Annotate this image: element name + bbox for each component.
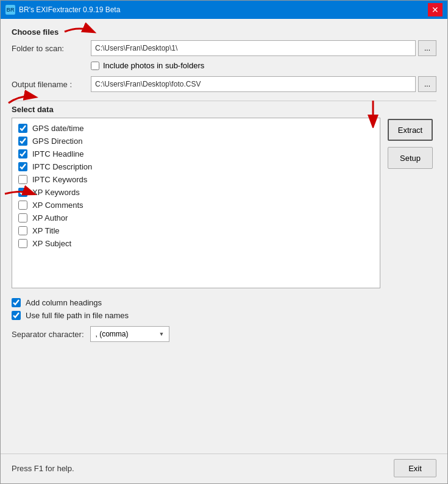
- item-label-xp-comments: XP Comments: [29, 208, 80, 217]
- close-button[interactable]: ✕: [427, 4, 443, 16]
- item-label-gps-direction: GPS Direction: [29, 141, 79, 150]
- output-row: Output filename : ...: [10, 80, 438, 96]
- add-column-headings-checkbox[interactable]: [13, 273, 23, 283]
- item-label-iptc-description: IPTC Description: [29, 168, 89, 177]
- include-subfolders-label: Include photos in sub-folders: [99, 63, 201, 73]
- choose-files-section: Choose files Folder to scan: ... Include…: [10, 30, 438, 73]
- use-full-path-checkbox[interactable]: [13, 286, 23, 296]
- folder-row: Folder to scan: ...: [10, 43, 438, 59]
- main-area: Select data GPS date/time: [10, 103, 438, 450]
- separator-row: Separator character: , (comma) ; (semico…: [10, 300, 384, 316]
- options-area: Add column headings Use full file path i…: [10, 273, 384, 316]
- checkbox-xp-author[interactable]: [16, 221, 26, 230]
- list-item[interactable]: IPTC Keywords: [11, 179, 383, 192]
- choose-files-label: Choose files: [10, 30, 438, 39]
- list-item[interactable]: XP Comments: [11, 205, 383, 219]
- right-panel: Extract Setup: [389, 103, 438, 450]
- output-label: Output filename :: [10, 84, 84, 93]
- checkbox-xp-comments[interactable]: [16, 207, 26, 217]
- checkbox-iptc-keywords[interactable]: [16, 180, 26, 190]
- separator-select[interactable]: , (comma) ; (semicolon) \t (tab): [90, 300, 163, 316]
- list-item[interactable]: GPS Direction: [11, 138, 383, 152]
- list-item[interactable]: XP Author: [11, 219, 383, 232]
- include-subfolders-row: Include photos in sub-folders: [10, 63, 438, 73]
- scrollbar-thumb[interactable]: [375, 133, 384, 170]
- item-label-gps-datetime: GPS date/time: [29, 127, 81, 137]
- checkbox-xp-title[interactable]: [16, 234, 26, 244]
- list-item[interactable]: GPS date/time: [11, 125, 383, 138]
- checkbox-iptc-headline[interactable]: [16, 154, 26, 163]
- listbox-container: GPS date/time GPS Direction IPTC Headlin…: [10, 121, 384, 267]
- item-label-xp-subject: XP Subject: [29, 248, 68, 257]
- item-label-xp-keywords: XP Keywords: [29, 194, 77, 204]
- item-label-iptc-headline: IPTC Headline: [29, 154, 81, 163]
- list-item[interactable]: IPTC Headline: [11, 152, 383, 165]
- output-section: Output filename : ...: [10, 80, 438, 96]
- folder-browse-button[interactable]: ...: [419, 43, 438, 59]
- separator-label: Separator character:: [13, 304, 85, 313]
- add-column-headings-label: Add column headings: [26, 274, 102, 283]
- checkbox-iptc-description[interactable]: [16, 167, 26, 177]
- content-area: Choose files Folder to scan: ... Include…: [1, 20, 447, 460]
- app-icon: E: [5, 5, 16, 16]
- item-label-xp-title: XP Title: [29, 235, 57, 244]
- listbox[interactable]: GPS date/time GPS Direction IPTC Headlin…: [10, 121, 384, 267]
- separator-select-wrapper: , (comma) ; (semicolon) \t (tab): [90, 300, 163, 316]
- list-item[interactable]: XP Subject: [11, 246, 383, 259]
- left-panel: Select data GPS date/time: [10, 103, 384, 450]
- select-data-label: Select data: [10, 103, 384, 112]
- output-browse-button[interactable]: ...: [419, 80, 438, 96]
- output-input[interactable]: [87, 80, 416, 96]
- folder-label: Folder to scan:: [10, 46, 84, 55]
- use-full-path-row: Use full file path in file names: [10, 286, 384, 296]
- use-full-path-label: Use full file path in file names: [26, 287, 129, 296]
- scrollbar[interactable]: [375, 121, 383, 266]
- exit-button[interactable]: Exit: [401, 464, 438, 480]
- item-label-iptc-keywords: IPTC Keywords: [29, 181, 84, 190]
- folder-input[interactable]: [87, 43, 416, 59]
- titlebar-left: E BR's EXIFextracter 0.9.19 Beta: [5, 5, 130, 16]
- setup-button[interactable]: Setup: [389, 132, 433, 154]
- checkbox-gps-direction[interactable]: [16, 140, 26, 150]
- titlebar: E BR's EXIFextracter 0.9.19 Beta ✕: [1, 1, 447, 20]
- checkbox-gps-datetime[interactable]: [16, 127, 26, 137]
- item-label-xp-author: XP Author: [29, 221, 65, 230]
- list-item[interactable]: XP Keywords: [11, 192, 383, 205]
- list-item[interactable]: XP Title: [11, 232, 383, 246]
- extract-button[interactable]: Extract: [389, 105, 433, 127]
- checkbox-xp-keywords[interactable]: [16, 194, 26, 204]
- help-text: Press F1 for help.: [10, 468, 73, 477]
- main-window: E BR's EXIFextracter 0.9.19 Beta ✕ Choos…: [0, 0, 448, 484]
- statusbar: Press F1 for help. Exit: [1, 460, 447, 483]
- add-column-headings-row: Add column headings: [10, 273, 384, 283]
- list-item[interactable]: IPTC Description: [11, 165, 383, 179]
- include-subfolders-checkbox[interactable]: [87, 64, 96, 73]
- titlebar-title: BR's EXIFextracter 0.9.19 Beta: [20, 6, 130, 15]
- checkbox-xp-subject[interactable]: [16, 247, 26, 257]
